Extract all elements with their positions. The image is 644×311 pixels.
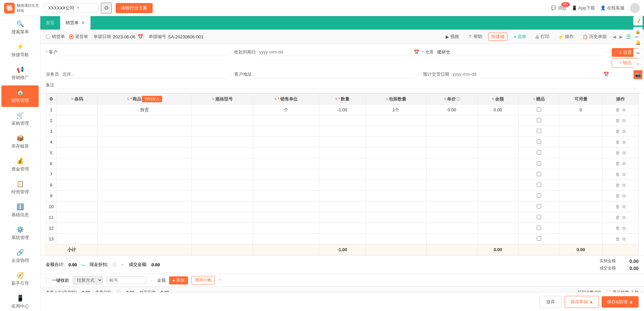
sidebar-item-system[interactable]: ⚙️ 系统管理 xyxy=(1,223,39,244)
gift-checkbox-6[interactable] xyxy=(537,161,541,165)
delete-icon-8[interactable]: 🗑 xyxy=(615,183,620,188)
delete-icon-5[interactable]: 🗑 xyxy=(615,150,620,155)
select-btn[interactable]: ≡ 选单 xyxy=(511,32,529,41)
cell-unit-1[interactable]: 个 xyxy=(253,105,319,115)
video-btn[interactable]: ▶ 视频 xyxy=(443,32,462,41)
tab-home[interactable]: 首页 xyxy=(40,16,60,30)
warehouse-input[interactable] xyxy=(435,48,602,56)
cell-amount-1[interactable]: 0.00 xyxy=(478,105,519,115)
sidebar-item-sales[interactable]: 🏠 销售管理 xyxy=(1,85,39,107)
gift-checkbox-10[interactable] xyxy=(537,204,541,208)
copy-icon-3[interactable]: ⧉ xyxy=(622,129,626,134)
copy-icon-5[interactable]: ⧉ xyxy=(622,150,626,155)
radio-sale-order[interactable]: 销货单 xyxy=(46,34,65,40)
customer-addr-input[interactable] xyxy=(253,70,415,78)
nav-next-icon[interactable]: ▶ xyxy=(619,34,623,39)
gift-checkbox-4[interactable] xyxy=(537,140,541,144)
customer-input[interactable] xyxy=(59,48,226,56)
sidebar-item-marketing[interactable]: 📢 营销推广 xyxy=(1,63,39,84)
sidebar-item-collaboration[interactable]: 🔗 企业协同 xyxy=(1,245,39,267)
delete-icon-10[interactable]: 🗑 xyxy=(615,204,620,209)
save-draft-button[interactable]: 保存草稿 ▲ xyxy=(565,296,599,308)
add-payment-button[interactable]: ● 添加 xyxy=(169,276,188,284)
cell-gift-1[interactable] xyxy=(518,105,559,115)
copy-icon-2[interactable]: ⧉ xyxy=(622,118,626,123)
sidebar-item-app-center[interactable]: 📱 应用中心 xyxy=(1,291,39,311)
sidebar-item-guide[interactable]: 🧭 新手引导 xyxy=(1,268,39,290)
shortcut-btn[interactable]: 快捷键 xyxy=(488,33,507,41)
print-btn[interactable]: 🖨 打印 xyxy=(532,32,552,41)
discard-button[interactable]: 放弃 xyxy=(539,296,562,308)
estimated-date-calendar-icon[interactable]: 📅 xyxy=(603,72,609,77)
gift-checkbox-11[interactable] xyxy=(537,215,541,219)
copy-icon-11[interactable]: ⧉ xyxy=(622,215,626,220)
draft-dropdown-icon[interactable]: ▲ xyxy=(589,299,594,304)
copy-icon-6[interactable]: ⧉ xyxy=(622,161,626,166)
settings-gear-button[interactable]: ⚙ xyxy=(101,3,112,13)
online-service-button[interactable]: 👤 在线客服 xyxy=(600,5,624,11)
delete-icon-3[interactable]: 🗑 xyxy=(615,129,620,134)
gift-checkbox-3[interactable] xyxy=(537,129,541,133)
sidebar-item-operations[interactable]: 📋 经营管理 xyxy=(1,177,39,198)
trial-button[interactable]: 体验行业方案 xyxy=(116,3,153,13)
unit-price-info-icon[interactable]: ⓘ xyxy=(456,96,460,102)
estimated-date-input[interactable] xyxy=(451,70,602,78)
bank-account-input[interactable] xyxy=(106,276,147,284)
gift-checkbox-2[interactable] xyxy=(537,118,541,122)
copy-icon-13[interactable]: ⧉ xyxy=(622,236,626,241)
gift-checkbox-5[interactable] xyxy=(537,150,541,155)
cell-spec-1[interactable] xyxy=(192,105,253,115)
view-list-icon[interactable]: ☰ xyxy=(626,34,631,40)
delete-icon-1[interactable]: 🗑 xyxy=(615,107,620,112)
gift-checkbox-8[interactable] xyxy=(537,183,541,187)
copy-icon-12[interactable]: ⧉ xyxy=(622,226,626,231)
gift-checkbox-13[interactable] xyxy=(537,236,541,241)
cell-goods-1[interactable]: 拆贡 xyxy=(98,105,192,115)
goods-type-item[interactable]: 商品种类: 1 种 xyxy=(607,289,639,292)
gift-checkbox-9[interactable] xyxy=(537,193,541,198)
cell-barcode-1[interactable] xyxy=(56,105,98,115)
calc-method-select[interactable]: 结算方式 xyxy=(73,276,103,284)
copy-icon-7[interactable]: ⧉ xyxy=(622,172,626,177)
info-icon[interactable]: ⓘ xyxy=(112,262,116,268)
radio-return-order[interactable]: 退货单 xyxy=(69,34,88,40)
total-debt-info-icon[interactable]: ⓘ xyxy=(117,289,121,292)
col-settings[interactable]: ⚙ xyxy=(46,94,56,105)
sidebar-item-search[interactable]: 🔍 搜索菜单 xyxy=(1,17,39,38)
scan-button[interactable]: 扫码录入 xyxy=(142,96,162,102)
remarks-input[interactable] xyxy=(57,81,639,89)
copy-icon-9[interactable]: ⧉ xyxy=(622,193,626,198)
copy-icon-8[interactable]: ⧉ xyxy=(622,183,626,188)
float-btn-camera[interactable]: 📷 xyxy=(633,70,643,79)
tab-sales-order[interactable]: 销货单 ✕ xyxy=(60,16,90,30)
gift-checkbox-1[interactable] xyxy=(537,107,541,112)
history-btn[interactable]: 📋 历史单据 xyxy=(580,32,609,41)
sidebar-item-finance[interactable]: 💰 资金管理 xyxy=(1,154,39,176)
sidebar-item-basics[interactable]: ℹ️ 基础信息 xyxy=(1,200,39,221)
nav-prev-icon[interactable]: ◀ xyxy=(613,34,616,39)
float-btn-notes[interactable]: 📝 xyxy=(633,16,643,26)
copy-icon-4[interactable]: ⧉ xyxy=(622,140,626,145)
user-avatar[interactable] xyxy=(630,3,640,13)
sidebar-item-quick-nav[interactable]: ⚡ 快捷导航 xyxy=(1,40,39,61)
float-btn-bell[interactable]: 🔔 xyxy=(633,38,643,47)
cell-unit-price-1[interactable]: 0.00 xyxy=(426,105,478,115)
company-selector[interactable]: XXXXXX公司 ▼ xyxy=(44,3,98,13)
delete-icon-4[interactable]: 🗑 xyxy=(615,140,620,145)
delete-icon-6[interactable]: 🗑 xyxy=(615,161,620,166)
delete-icon-7[interactable]: 🗑 xyxy=(615,172,620,177)
cost-split-button[interactable]: 费用分摊 xyxy=(191,276,215,284)
one-click-payment-checkbox[interactable]: 一键收款 xyxy=(46,277,69,283)
save-new-button[interactable]: 保存&新增 ▲ xyxy=(602,296,639,308)
cell-pack-qty-1[interactable]: 1个 xyxy=(366,105,426,115)
sidebar-item-purchase[interactable]: 🛒 采购管理 xyxy=(1,108,39,130)
gift-checkbox-7[interactable] xyxy=(537,172,541,176)
warehouse-selector-icon[interactable]: ··· xyxy=(604,49,608,55)
delete-icon-2[interactable]: 🗑 xyxy=(615,118,620,123)
delete-icon-9[interactable]: 🗑 xyxy=(615,193,620,198)
bank-dots[interactable]: ··· xyxy=(150,278,154,283)
salesperson-input[interactable] xyxy=(60,70,226,78)
help-btn[interactable]: ？ 帮助 xyxy=(465,32,485,41)
delete-icon-13[interactable]: 🗑 xyxy=(615,236,620,241)
app-download-button[interactable]: 📱 App下载 xyxy=(572,5,595,11)
